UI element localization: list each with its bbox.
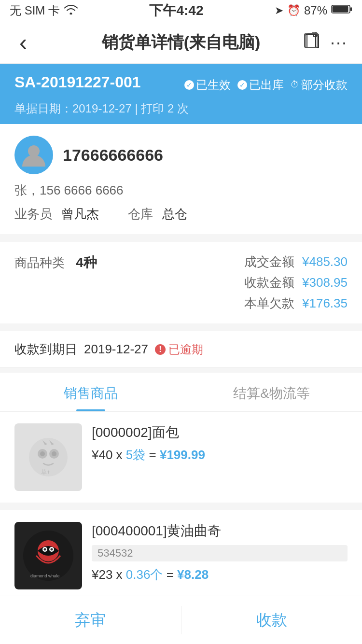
qty-value-2: 0.36个: [126, 567, 163, 582]
due-section: 收款到期日 2019-12-27 ! 已逾期: [0, 331, 362, 368]
customer-top: 17666666666: [14, 136, 348, 174]
stats-left: 商品种类 4种: [14, 253, 97, 272]
salesperson-row: 业务员 曾凡杰: [14, 206, 99, 223]
equals-1: =: [149, 448, 160, 462]
nav-bar: ‹ 销货单详情(来自电脑) ···: [0, 21, 362, 64]
export-button[interactable]: [303, 32, 320, 53]
check-icon-2: ✓: [237, 80, 247, 90]
received-label: 收款金额: [244, 274, 294, 291]
product-name-1: [0000002]面包: [92, 423, 348, 442]
svg-point-9: [40, 451, 45, 456]
status-badges: ✓ 已生效 ✓ 已出库 ⏱ 部分收款: [184, 77, 348, 93]
customer-section: 17666666666 张，156 6666 6666 业务员 曾凡杰 仓库 总…: [0, 124, 362, 234]
debt-label: 本单欠款: [244, 295, 294, 312]
carrier-text: 无 SIM 卡: [10, 3, 60, 18]
battery-text: 87%: [304, 4, 327, 17]
price-value-1: ¥40 x: [92, 448, 126, 462]
cancel-button[interactable]: 弃审: [0, 596, 181, 644]
tab-settlement[interactable]: 结算&物流等: [181, 373, 362, 411]
due-date-value: 2019-12-27: [84, 342, 148, 357]
received-row: 收款金额 ¥308.95: [244, 274, 348, 291]
status-right: ➤ ⏰ 87%: [275, 4, 352, 17]
svg-text:diamond whale: diamond whale: [30, 574, 60, 578]
clock-icon: ⏱: [291, 80, 299, 90]
product-tag-2: 534532: [92, 545, 348, 561]
product-image-1: 草+: [14, 423, 82, 491]
check-icon-1: ✓: [184, 80, 194, 90]
overdue-text: 已逾期: [168, 342, 203, 357]
confirm-button[interactable]: 收款: [181, 596, 362, 644]
total-value-1: ¥199.99: [160, 448, 205, 462]
nav-actions: ···: [303, 32, 348, 53]
page-title: 销货单详情(来自电脑): [102, 31, 261, 54]
order-date: 单据日期：2019-12-27 | 打印 2 次: [14, 101, 348, 116]
back-button[interactable]: ‹: [14, 26, 32, 59]
svg-point-17: [51, 548, 53, 551]
product-placeholder-1: 草+: [14, 423, 82, 491]
more-button[interactable]: ···: [330, 32, 348, 53]
product-image-2: diamond whale: [14, 522, 82, 589]
overdue-badge: ! 已逾期: [155, 342, 203, 357]
time-display: 下午4:42: [149, 1, 203, 20]
status-badge-1: ✓ 已生效: [184, 77, 231, 93]
total-value-2: ¥8.28: [177, 567, 209, 582]
tab-sales-products[interactable]: 销售商品: [0, 373, 181, 411]
amount-label: 成交金额: [244, 253, 294, 270]
order-header-banner: SA-20191227-001 ✓ 已生效 ✓ 已出库 ⏱ 部分收款 单据日期：…: [0, 64, 362, 124]
debt-value: ¥176.35: [302, 296, 348, 311]
wifi-icon: [64, 4, 78, 17]
alarm-icon: ⏰: [287, 4, 300, 17]
order-id: SA-20191227-001: [14, 73, 141, 91]
amount-value: ¥485.30: [302, 254, 348, 269]
svg-rect-2: [332, 6, 348, 13]
order-id-row: SA-20191227-001 ✓ 已生效 ✓ 已出库 ⏱ 部分收款: [14, 73, 348, 96]
status-label-1: 已生效: [196, 77, 231, 93]
stats-section: 商品种类 4种 成交金额 ¥485.30 收款金额 ¥308.95 本单欠款 ¥…: [0, 242, 362, 323]
svg-text:草+: 草+: [41, 469, 50, 476]
warehouse-value: 总仓: [162, 207, 187, 221]
svg-point-16: [44, 548, 46, 551]
customer-name: 张，156 6666 6666: [14, 182, 348, 199]
overdue-icon: !: [155, 344, 166, 355]
debt-row: 本单欠款 ¥176.35: [244, 295, 348, 312]
product-type-label: 商品种类: [14, 255, 65, 270]
tabs: 销售商品 结算&物流等: [0, 373, 362, 412]
location-icon: ➤: [275, 4, 283, 17]
equals-2: =: [167, 567, 177, 582]
warehouse-row: 仓库 总仓: [128, 206, 187, 223]
status-badge-2: ✓ 已出库: [237, 77, 284, 93]
product-price-2: ¥23 x 0.36个 = ¥8.28: [92, 566, 348, 583]
product-item: diamond whale [000400001]黄油曲奇 534532 ¥23…: [0, 510, 362, 601]
battery-icon: [331, 4, 352, 17]
status-label-3: 部分收款: [301, 77, 348, 93]
avatar: [14, 136, 53, 174]
product-type-count: 4种: [76, 255, 97, 270]
qty-value-1: 5袋: [126, 448, 145, 462]
product-item: 草+ [0000002]面包 ¥40 x 5袋 = ¥199.99: [0, 412, 362, 503]
product-img-dark: diamond whale: [14, 522, 82, 589]
customer-phone: 17666666666: [63, 146, 163, 165]
warehouse-label: 仓库: [128, 207, 153, 221]
stats-right: 成交金额 ¥485.30 收款金额 ¥308.95 本单欠款 ¥176.35: [244, 253, 348, 312]
salesperson-value: 曾凡杰: [61, 207, 99, 221]
bottom-bar: 弃审 收款: [0, 596, 362, 644]
price-value-2: ¥23 x: [92, 567, 126, 582]
status-label-2: 已出库: [249, 77, 284, 93]
status-badge-3: ⏱ 部分收款: [291, 77, 348, 93]
product-info-1: [0000002]面包 ¥40 x 5袋 = ¥199.99: [92, 423, 348, 463]
due-date-label: 收款到期日: [14, 341, 77, 358]
status-left: 无 SIM 卡: [10, 3, 78, 18]
svg-point-10: [52, 451, 56, 456]
salesperson-label: 业务员: [14, 207, 52, 221]
received-value: ¥308.95: [302, 275, 348, 290]
product-info-2: [000400001]黄油曲奇 534532 ¥23 x 0.36个 = ¥8.…: [92, 522, 348, 583]
product-price-1: ¥40 x 5袋 = ¥199.99: [92, 447, 348, 463]
customer-meta: 业务员 曾凡杰 仓库 总仓: [14, 206, 348, 223]
product-name-2: [000400001]黄油曲奇: [92, 522, 348, 540]
svg-rect-1: [350, 7, 352, 11]
amount-row: 成交金额 ¥485.30: [244, 253, 348, 270]
status-bar: 无 SIM 卡 下午4:42 ➤ ⏰ 87%: [0, 0, 362, 21]
